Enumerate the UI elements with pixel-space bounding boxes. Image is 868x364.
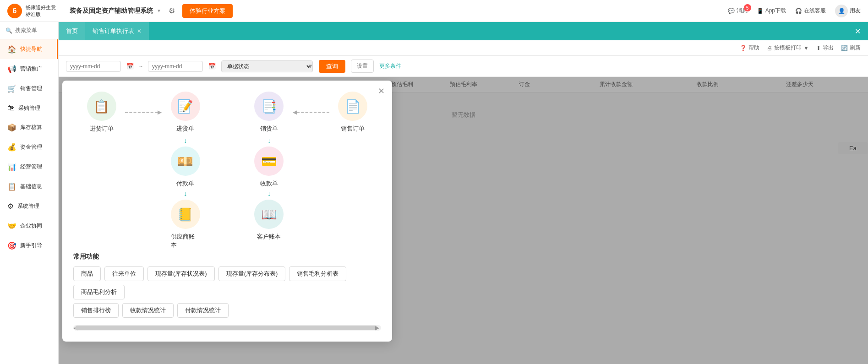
sidebar-item-purchase[interactable]: 🛍 采购管理 <box>0 98 58 118</box>
sidebar-item-system[interactable]: ⚙ 系统管理 <box>0 196 58 216</box>
tab-home[interactable]: 首页 <box>59 22 85 40</box>
export-icon: ⬆ <box>816 45 821 51</box>
newbie-icon: 🎯 <box>7 241 16 250</box>
sales-order-circle: 📄 <box>338 92 367 121</box>
sales-order-label: 销售订单 <box>341 125 365 133</box>
sales-icon: 🛒 <box>7 84 16 93</box>
print-btn[interactable]: 🖨 按模板打印 ▼ <box>767 44 809 52</box>
set-button[interactable]: 设置 <box>351 60 374 73</box>
flow-node-sales-order[interactable]: 📄 销售订单 <box>338 92 367 133</box>
sidebar-item-newbie[interactable]: 🎯 新手引导 <box>0 236 58 255</box>
func-btn-stock-dist[interactable]: 现存量(库存分布表) <box>218 266 286 281</box>
arrow-down-receipt: ↓ <box>267 190 271 198</box>
sidebar-item-funds[interactable]: 💰 资金管理 <box>0 137 58 157</box>
funds-icon: 💰 <box>7 143 16 152</box>
search-menu[interactable]: 🔍 搜索菜单 <box>0 22 58 39</box>
func-btn-product-profit[interactable]: 商品毛利分析 <box>73 285 125 299</box>
export-btn[interactable]: ⬆ 导出 <box>816 44 834 52</box>
scrollbar-thumb <box>75 326 377 330</box>
system-icon: ⚙ <box>7 202 14 211</box>
scrollbar-right-arrow[interactable]: ▶ <box>375 325 379 331</box>
toolbar: ❓ 帮助 🖨 按模板打印 ▼ ⬆ 导出 🔄 刷新 <box>59 40 868 56</box>
trial-button[interactable]: 体验行业方案 <box>182 4 233 18</box>
close-all-tabs-btn[interactable]: ✕ <box>847 27 868 36</box>
help-icon: ❓ <box>740 45 747 51</box>
print-dropdown-icon[interactable]: ▼ <box>803 45 809 51</box>
message-icon: 💬 <box>728 8 735 14</box>
user-avatar: 👤 <box>835 5 848 17</box>
basicinfo-icon: 📋 <box>7 182 16 191</box>
arrow-down-payment: ↓ <box>184 190 187 198</box>
modal-close-btn[interactable]: ✕ <box>378 86 385 96</box>
func-btn-sales-rank[interactable]: 销售排行榜 <box>73 303 119 318</box>
tab-close-icon[interactable]: ✕ <box>137 28 142 34</box>
modal-scrollbar[interactable]: ◀ ▶ <box>73 325 381 331</box>
modal-overlay[interactable]: ✕ 📋 进货订单 ▶ <box>59 77 868 364</box>
flow-node-customer-ledger[interactable]: 📖 客户账本 <box>254 200 284 241</box>
arrow-down-sales: ↓ <box>267 136 271 145</box>
date-input-end[interactable] <box>148 61 203 72</box>
func-btn-products[interactable]: 商品 <box>73 266 101 281</box>
flow-node-sales-bill[interactable]: 📑 销货单 <box>254 92 284 133</box>
func-btn-receipt-stats[interactable]: 收款情况统计 <box>122 303 174 318</box>
func-buttons-row2: 销售排行榜 收款情况统计 付款情况统计 <box>73 303 381 318</box>
sales-bill-label: 销货单 <box>260 125 278 133</box>
system-name: 装备及固定资产辅助管理系统 <box>70 7 153 15</box>
sidebar-item-label: 系统管理 <box>17 202 39 210</box>
sidebar-item-label: 库存核算 <box>20 124 42 131</box>
func-buttons-row1: 商品 往来单位 现存量(库存状况表) 现存量(库存分布表) 销售毛利分析表 商品… <box>73 266 381 299</box>
sidebar-item-quick-nav[interactable]: 🏠 快捷导航 <box>0 39 58 59</box>
arrow-order-to-bill: ◀ <box>293 109 329 115</box>
func-btn-stock-status[interactable]: 现存量(库存状况表) <box>147 266 215 281</box>
sidebar-item-label: 销售管理 <box>20 85 42 92</box>
flow-node-payment[interactable]: 💴 付款单 <box>171 147 200 188</box>
sidebar-item-inventory[interactable]: 📦 库存核算 <box>0 118 58 137</box>
sidebar-item-label: 企业协同 <box>20 222 42 230</box>
sidebar-item-label: 营销推广 <box>20 65 42 73</box>
sidebar-item-label: 基础信息 <box>20 183 42 190</box>
sidebar-item-label: 经营管理 <box>20 163 42 171</box>
operations-icon: 📊 <box>7 163 16 171</box>
online-service-btn[interactable]: 🎧 在线客服 <box>795 7 826 15</box>
flow-node-purchase-order[interactable]: 📋 进货订单 <box>87 92 116 133</box>
search-button[interactable]: 查询 <box>319 60 345 73</box>
system-dropdown-icon[interactable]: ▼ <box>157 8 161 13</box>
func-btn-counterparties[interactable]: 往来单位 <box>104 266 144 281</box>
calendar-icon[interactable]: 📅 <box>126 63 134 70</box>
flow-node-supplier-ledger[interactable]: 📒 供应商账本 <box>171 200 200 249</box>
search-icon: 🔍 <box>5 27 12 34</box>
download-icon: 📱 <box>757 8 764 14</box>
enterprise-icon: 🤝 <box>7 222 16 230</box>
receipt-circle: 💳 <box>254 147 284 176</box>
status-select[interactable]: 单据状态 <box>221 60 313 72</box>
refresh-btn[interactable]: 🔄 刷新 <box>841 44 861 52</box>
user-avatar-btn[interactable]: 👤 用友 <box>835 5 861 17</box>
more-conditions-btn[interactable]: 更多条件 <box>379 62 401 70</box>
arrow-down-purchase: ↓ <box>184 136 187 145</box>
sidebar-item-enterprise[interactable]: 🤝 企业协同 <box>0 216 58 236</box>
print-icon: 🖨 <box>767 45 772 51</box>
date-input[interactable] <box>66 61 121 72</box>
message-btn[interactable]: 💬 消息 5 <box>728 7 748 15</box>
common-funcs-section: 常用功能 商品 往来单位 现存量(库存状况表) 现存量(库存分布表) 销售毛利分… <box>73 253 381 318</box>
func-btn-payment-stats[interactable]: 付款情况统计 <box>177 303 229 318</box>
sidebar-item-operations[interactable]: 📊 经营管理 <box>0 157 58 177</box>
sidebar-item-basic-info[interactable]: 📋 基础信息 <box>0 177 58 196</box>
sidebar-item-marketing[interactable]: 📢 营销推广 <box>0 59 58 79</box>
payment-label: 付款单 <box>176 179 194 188</box>
tab-sales-order[interactable]: 销售订单执行表 ✕ <box>85 22 149 40</box>
app-download-btn[interactable]: 📱 App下载 <box>757 7 786 15</box>
sidebar-item-sales[interactable]: 🛒 销售管理 <box>0 79 58 98</box>
calendar-icon-end[interactable]: 📅 <box>208 63 216 70</box>
filter-bar: 📅 ~ 📅 单据状态 ▼ 查询 设置 更多条件 <box>59 56 868 77</box>
sales-bill-circle: 📑 <box>254 92 284 121</box>
flow-node-receipt[interactable]: 💳 收款单 <box>254 147 284 188</box>
help-btn[interactable]: ❓ 帮助 <box>740 44 759 52</box>
customer-ledger-circle: 📖 <box>254 200 284 229</box>
app-logo-icon: 6 <box>7 4 22 18</box>
flow-node-purchase-bill[interactable]: 📝 进货单 <box>171 92 200 133</box>
flow-modal: ✕ 📋 进货订单 ▶ <box>62 81 392 342</box>
purchase-order-label: 进货订单 <box>90 125 114 133</box>
func-btn-sales-profit[interactable]: 销售毛利分析表 <box>289 266 346 281</box>
settings-icon[interactable]: ⚙ <box>169 6 175 15</box>
